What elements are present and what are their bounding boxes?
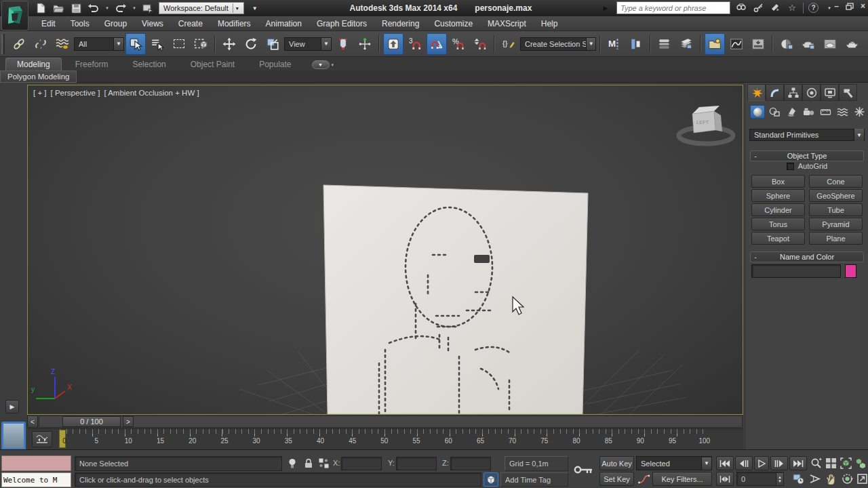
category-helpers[interactable] bbox=[818, 105, 833, 119]
previous-frame-button[interactable]: < bbox=[27, 415, 38, 428]
zoom-extents-selected-icon[interactable] bbox=[838, 456, 853, 470]
communication-center-icon[interactable] bbox=[769, 2, 781, 14]
viewcube[interactable]: LEFT bbox=[679, 106, 733, 144]
restore-button[interactable] bbox=[846, 3, 854, 10]
viewport-shading-menu[interactable]: [ Ambient Occlusion + HW ] bbox=[104, 89, 199, 97]
menu-item[interactable]: Graph Editors bbox=[309, 16, 374, 31]
reference-plane[interactable] bbox=[323, 185, 588, 414]
select-object-button[interactable] bbox=[125, 33, 146, 55]
ribbon-minimize-arrow-icon[interactable]: ▾ bbox=[332, 62, 334, 68]
rectangular-selection-region-button[interactable] bbox=[169, 33, 189, 55]
absolute-mode-transform-toggle[interactable] bbox=[316, 456, 331, 470]
autogrid-checkbox[interactable] bbox=[787, 163, 794, 170]
reference-coordinate-dropdown[interactable]: View ▼ bbox=[284, 37, 332, 51]
viewport-pov-menu[interactable]: [ Perspective ] bbox=[51, 89, 100, 97]
menu-item[interactable]: Edit bbox=[34, 16, 63, 31]
polygon-modeling-panel-tab[interactable]: Polygon Modeling bbox=[0, 70, 77, 83]
open-file-icon[interactable] bbox=[52, 2, 65, 14]
perspective-viewport[interactable]: [ + ] [ Perspective ] [ Ambient Occlusio… bbox=[27, 85, 743, 415]
set-key-button[interactable]: Set Key bbox=[599, 472, 634, 486]
select-and-manipulate-button[interactable] bbox=[355, 33, 375, 55]
time-slider-handle[interactable]: 0 / 100 bbox=[62, 416, 121, 427]
pan-view-icon[interactable] bbox=[823, 472, 838, 486]
maxscript-listener-output[interactable]: Welcome to M bbox=[1, 472, 71, 487]
edit-named-selection-sets-button[interactable]: {} bbox=[498, 33, 519, 55]
curve-editor-button[interactable] bbox=[726, 33, 747, 55]
close-button[interactable]: × bbox=[861, 1, 865, 11]
key-filters-button[interactable]: Key Filters... bbox=[652, 472, 712, 486]
category-space-warps[interactable] bbox=[835, 105, 850, 119]
menu-item[interactable]: Create bbox=[171, 16, 210, 31]
field-of-view-icon[interactable] bbox=[807, 472, 822, 486]
layer-manager-button[interactable] bbox=[654, 33, 675, 55]
mirror-button[interactable]: M bbox=[604, 33, 625, 55]
time-configuration-icon[interactable] bbox=[791, 472, 806, 486]
percent-snap-toggle[interactable]: % bbox=[448, 33, 469, 55]
object-type-button[interactable]: Pyramid bbox=[809, 218, 863, 230]
select-and-move-button[interactable] bbox=[219, 33, 239, 55]
next-frame-step-button[interactable] bbox=[770, 456, 788, 470]
previous-frame-step-button[interactable] bbox=[735, 456, 753, 470]
menu-item[interactable]: Tools bbox=[63, 16, 97, 31]
adaptive-degradation-toggle[interactable] bbox=[484, 472, 498, 487]
object-type-button[interactable]: Tube bbox=[809, 203, 863, 216]
object-type-button[interactable]: Teapot bbox=[751, 232, 805, 245]
object-type-button[interactable]: Sphere bbox=[751, 189, 805, 202]
zoom-extents-all-icon[interactable] bbox=[853, 456, 868, 470]
key-filter-dropdown[interactable]: Selected ▼ bbox=[636, 456, 712, 470]
select-and-scale-button[interactable] bbox=[262, 33, 283, 55]
object-type-button[interactable]: Cylinder bbox=[751, 203, 805, 216]
category-lights[interactable] bbox=[784, 105, 799, 119]
rollout-collapse-icon[interactable]: - bbox=[751, 152, 760, 160]
undo-dropdown-icon[interactable]: ▾ bbox=[104, 2, 110, 14]
object-type-button[interactable]: Torus bbox=[751, 218, 805, 230]
select-and-link-icon[interactable] bbox=[9, 33, 29, 55]
rollout-collapse-icon[interactable]: - bbox=[751, 253, 760, 261]
redo-dropdown-icon[interactable]: ▾ bbox=[132, 2, 137, 14]
bind-to-space-warp-icon[interactable] bbox=[52, 33, 73, 55]
redo-icon[interactable] bbox=[114, 2, 127, 14]
new-file-icon[interactable] bbox=[34, 2, 47, 14]
selection-lock-toggle[interactable] bbox=[301, 456, 316, 470]
minimize-button[interactable]: – bbox=[834, 1, 839, 11]
zoom-tool-icon[interactable] bbox=[808, 456, 823, 470]
mini-curve-editor-button[interactable] bbox=[32, 431, 52, 447]
x-coordinate-field[interactable] bbox=[341, 457, 382, 470]
unlink-selection-icon[interactable] bbox=[31, 33, 51, 55]
align-button[interactable] bbox=[626, 33, 646, 55]
selection-filter-arrow-icon[interactable]: ▼ bbox=[113, 38, 123, 50]
spinner-snap-toggle[interactable] bbox=[470, 33, 490, 55]
save-file-icon[interactable] bbox=[69, 2, 83, 14]
workspace-flyout-icon[interactable]: ▼ bbox=[248, 2, 262, 14]
ribbon-tab[interactable]: Selection bbox=[121, 58, 176, 70]
menu-item[interactable]: Modifiers bbox=[210, 16, 258, 31]
track-bar-ruler[interactable]: 0510152025303540455055606570758085909510… bbox=[60, 429, 709, 450]
auto-key-button[interactable]: Auto Key bbox=[599, 456, 634, 470]
license-key-icon[interactable] bbox=[752, 2, 764, 14]
ribbon-tab[interactable]: Populate bbox=[248, 58, 302, 70]
help-icon[interactable]: ? bbox=[808, 3, 818, 13]
keyboard-shortcut-override-toggle[interactable] bbox=[383, 33, 403, 55]
viewcube-face-label[interactable]: LEFT bbox=[696, 119, 709, 125]
undo-icon[interactable] bbox=[87, 2, 100, 14]
key-filter-arrow-icon[interactable]: ▼ bbox=[701, 458, 711, 470]
window-crossing-toggle[interactable] bbox=[191, 33, 211, 55]
ribbon-tab[interactable]: Modeling bbox=[5, 58, 62, 70]
rendered-frame-window-button[interactable] bbox=[820, 33, 840, 55]
next-frame-button[interactable]: > bbox=[123, 416, 134, 427]
object-color-swatch[interactable] bbox=[845, 264, 856, 278]
application-menu-button[interactable] bbox=[1, 1, 28, 30]
menu-item[interactable]: Rendering bbox=[374, 16, 427, 31]
current-frame-field[interactable]: 0 ▲▼ bbox=[736, 472, 784, 486]
category-cameras[interactable] bbox=[801, 105, 816, 119]
tab-modify[interactable] bbox=[766, 84, 784, 101]
select-and-rotate-button[interactable] bbox=[241, 33, 261, 55]
menu-item[interactable]: Group bbox=[97, 16, 134, 31]
z-coordinate-field[interactable] bbox=[450, 457, 491, 470]
search-icon[interactable] bbox=[735, 2, 747, 14]
primitives-category-dropdown[interactable]: Standard Primitives ▼ bbox=[749, 129, 865, 141]
menu-item[interactable]: MAXScript bbox=[480, 16, 534, 31]
named-selection-arrow-icon[interactable]: ▼ bbox=[586, 38, 595, 50]
add-time-tag-field[interactable]: Add Time Tag bbox=[500, 472, 568, 487]
layout-tabs-flyout-arrow[interactable]: ▶ bbox=[5, 400, 19, 413]
